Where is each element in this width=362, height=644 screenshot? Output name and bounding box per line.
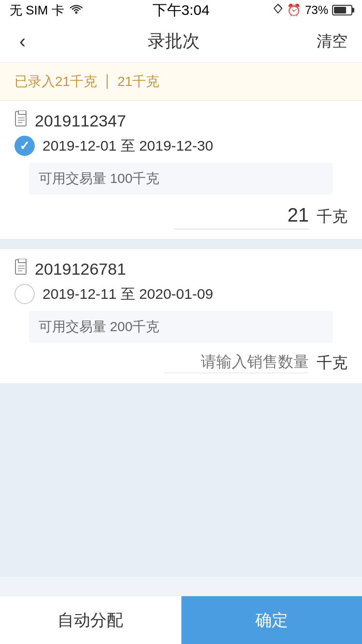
recorded-amount: 21千克 bbox=[117, 72, 159, 91]
svg-point-0 bbox=[75, 11, 77, 14]
confirm-button[interactable]: 确定 bbox=[181, 596, 362, 644]
qty-underline-2 bbox=[164, 373, 309, 373]
banner-divider bbox=[107, 74, 108, 89]
auto-distribute-button[interactable]: 自动分配 bbox=[0, 596, 181, 644]
page-title: 录批次 bbox=[148, 29, 200, 53]
batch-date-row-1: ✓ 2019-12-01 至 2019-12-30 bbox=[14, 136, 348, 156]
bottom-bar: 自动分配 确定 bbox=[0, 596, 362, 644]
check-icon-1: ✓ bbox=[19, 139, 30, 154]
nav-bar: ‹ 录批次 清空 bbox=[0, 20, 362, 63]
quantity-value-wrapper-1: 21 bbox=[174, 204, 309, 229]
quantity-unit-1: 千克 bbox=[317, 206, 348, 227]
doc-icon-1 bbox=[14, 111, 30, 131]
recorded-label: 已录入21千克 bbox=[14, 72, 97, 91]
carrier-text: 无 SIM 卡 bbox=[10, 2, 64, 19]
batch-date-2: 2019-12-11 至 2020-01-09 bbox=[42, 284, 213, 304]
available-qty-text-1: 可用交易量 100千克 bbox=[39, 171, 160, 186]
quantity-underline-1 bbox=[174, 229, 309, 229]
check-icon-2: ✓ bbox=[19, 287, 30, 302]
page-content: 2019112347 ✓ 2019-12-01 至 2019-12-30 可用交… bbox=[0, 101, 362, 625]
empty-area bbox=[0, 384, 362, 577]
battery-percent: 73% bbox=[305, 3, 328, 17]
doc-icon-2 bbox=[14, 259, 30, 279]
battery-icon bbox=[332, 5, 352, 15]
available-qty-text-2: 可用交易量 200千克 bbox=[39, 319, 160, 334]
status-time: 下午3:04 bbox=[153, 0, 209, 20]
radio-2[interactable]: ✓ bbox=[14, 284, 35, 304]
info-banner: 已录入21千克 21千克 bbox=[0, 63, 362, 101]
svg-rect-2 bbox=[18, 111, 26, 114]
available-qty-box-2: 可用交易量 200千克 bbox=[29, 311, 333, 343]
batch-date-1: 2019-12-01 至 2019-12-30 bbox=[42, 136, 213, 156]
svg-rect-7 bbox=[18, 259, 26, 263]
status-bar: 无 SIM 卡 下午3:04 ⏰ 73% bbox=[0, 0, 362, 20]
batch-id-1: 2019112347 bbox=[35, 112, 126, 130]
batch-date-row-2: ✓ 2019-12-11 至 2020-01-09 bbox=[14, 284, 348, 304]
location-icon bbox=[273, 3, 283, 17]
section-separator bbox=[0, 239, 362, 249]
batch-id-2: 2019126781 bbox=[35, 260, 126, 279]
clear-button[interactable]: 清空 bbox=[317, 31, 348, 52]
batch-item-1: 2019112347 ✓ 2019-12-01 至 2019-12-30 可用交… bbox=[0, 101, 362, 195]
batch-item-2-header: 2019126781 bbox=[14, 259, 348, 279]
radio-1[interactable]: ✓ bbox=[14, 136, 35, 156]
quantity-input-row-2: 千克 bbox=[0, 343, 362, 384]
status-right: ⏰ 73% bbox=[273, 3, 352, 17]
batch-item-2: 2019126781 ✓ 2019-12-11 至 2020-01-09 可用交… bbox=[0, 249, 362, 343]
status-left: 无 SIM 卡 bbox=[10, 2, 84, 19]
back-button[interactable]: ‹ bbox=[14, 26, 30, 57]
available-qty-box-1: 可用交易量 100千克 bbox=[29, 163, 333, 195]
qty-input-wrapper-2 bbox=[14, 353, 309, 373]
quantity-value-1: 21 bbox=[288, 204, 309, 226]
alarm-icon: ⏰ bbox=[287, 3, 301, 17]
batch-item-1-header: 2019112347 bbox=[14, 111, 348, 131]
qty-unit-label-2: 千克 bbox=[317, 352, 348, 374]
wifi-icon bbox=[69, 3, 84, 18]
quantity-row-1: 21 千克 bbox=[0, 195, 362, 239]
quantity-input-2[interactable] bbox=[14, 353, 309, 371]
